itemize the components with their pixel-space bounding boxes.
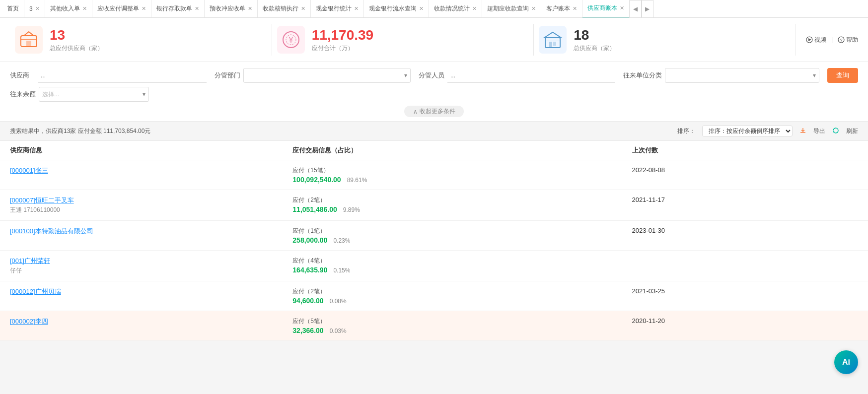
svg-rect-2 — [26, 41, 31, 47]
supplier-info-3: [000100]本特勤油品有限公司 — [10, 227, 292, 236]
lastpay-6: 2020-11-20 — [632, 317, 858, 325]
lastpay-date-5: 2021-03-25 — [632, 287, 665, 295]
result-actions: 排序： 排序：按应付余额倒序排序 导出 刷新 — [677, 126, 858, 136]
divider: | — [831, 36, 833, 43]
supplier-link-3[interactable]: [000100]本特勤油品有限公司 — [10, 227, 93, 235]
payable-total-amount: 11,170.39 — [312, 27, 374, 44]
nav-tab-custbook[interactable]: 客户账本 ✕ — [541, 0, 582, 18]
balance-select[interactable]: 选择... ▾ — [39, 87, 149, 102]
summary-info-payable-suppliers: 13 总应付供应商（家） — [50, 27, 103, 53]
refresh-icon — [832, 127, 839, 135]
table-row[interactable]: [000002]李四 应付（5笔） 32,366.00 0.03% 2020-1… — [0, 311, 868, 341]
table-row[interactable]: [000001]张三 应付（15笔） 100,092,540.00 89.61%… — [0, 160, 868, 190]
close-icon[interactable]: ✕ — [248, 5, 252, 12]
supplier-link-5[interactable]: [000012]广州贝瑞 — [10, 288, 61, 295]
close-icon[interactable]: ✕ — [472, 5, 477, 12]
transaction-info-6: 应付（5笔） 32,366.00 0.03% — [292, 317, 632, 334]
trans-percent-2: 9.89% — [343, 206, 360, 213]
collapse-button[interactable]: ∧ 收起更多条件 — [404, 106, 464, 117]
payable-total-label: 应付合计（万） — [312, 44, 374, 53]
table-row[interactable]: [000100]本特勤油品有限公司 应付（1笔） 258,000.00 0.23… — [0, 221, 868, 251]
table-row[interactable]: [001]广州荣轩 仔仔 应付（4笔） 164,635.90 0.15% — [0, 251, 868, 281]
supplier-info-5: [000012]广州贝瑞 — [10, 287, 292, 296]
svg-rect-7 — [545, 38, 560, 48]
nav-tab-home[interactable]: 首页 — [2, 0, 24, 18]
filter-unit: 往来单位分类 ▾ — [623, 68, 820, 83]
trans-percent-6: 0.03% — [330, 328, 347, 334]
close-icon[interactable]: ✕ — [82, 5, 87, 12]
trans-label-4: 应付（4笔） — [292, 257, 632, 265]
help-link[interactable]: ? 帮助 — [838, 36, 858, 44]
trans-amount-1: 100,092,540.00 — [292, 176, 341, 184]
dept-select[interactable]: ▾ — [243, 68, 411, 83]
nav-arrow-left[interactable]: ◀ — [630, 0, 642, 18]
transaction-info-4: 应付（4笔） 164,635.90 0.15% — [292, 257, 632, 274]
close-icon[interactable]: ✕ — [419, 5, 424, 12]
chevron-down-icon: ▾ — [404, 72, 407, 79]
nav-tab-cashflow[interactable]: 现金银行流水查询 ✕ — [364, 0, 429, 18]
trans-label-6: 应付（5笔） — [292, 317, 632, 326]
close-icon[interactable]: ✕ — [620, 5, 624, 11]
supplier-input[interactable] — [38, 68, 207, 83]
video-link[interactable]: 视频 — [806, 36, 826, 44]
trans-label-2: 应付（2笔） — [292, 196, 632, 204]
nav-tab-adjust[interactable]: 应收应付调整单 ✕ — [92, 0, 151, 18]
nav-arrow-right[interactable]: ▶ — [642, 0, 653, 18]
svg-rect-11 — [545, 41, 560, 41]
sort-label: 排序： — [677, 127, 695, 135]
lastpay-2: 2021-11-17 — [632, 196, 858, 203]
nav-tab-receipt[interactable]: 收款核销执行 ✕ — [258, 0, 311, 18]
close-icon[interactable]: ✕ — [354, 5, 359, 12]
svg-marker-13 — [808, 38, 811, 41]
export-icon — [799, 127, 806, 135]
nav-tab-cashstat[interactable]: 现金银行统计 ✕ — [311, 0, 364, 18]
trans-percent-4: 0.15% — [333, 267, 350, 274]
summary-bar: 13 总应付供应商（家） ¥ 11,170.39 应付合计（万） — [0, 18, 868, 62]
person-input[interactable] — [447, 68, 615, 83]
supplier-link-6[interactable]: [000002]李四 — [10, 318, 48, 325]
close-icon[interactable]: ✕ — [35, 5, 40, 12]
close-icon[interactable]: ✕ — [573, 5, 577, 12]
export-button[interactable]: 导出 — [813, 127, 825, 135]
result-summary-text: 搜索结果中，供应商13家 应付金额 111,703,854.00元 — [10, 127, 150, 135]
nav-tab-income[interactable]: 其他收入单 ✕ — [45, 0, 92, 18]
trans-amount-4: 164,635.90 — [292, 266, 327, 274]
payable-icon: ¥ — [277, 26, 305, 54]
close-icon[interactable]: ✕ — [195, 5, 199, 12]
trans-row-5: 94,600.00 0.08% — [292, 296, 632, 305]
lastpay-date-3: 2023-01-30 — [632, 227, 665, 234]
transaction-info-1: 应付（15笔） 100,092,540.00 89.61% — [292, 166, 632, 184]
lastpay-date-6: 2020-11-20 — [632, 317, 665, 325]
svg-text:¥: ¥ — [288, 36, 293, 44]
unit-label: 往来单位分类 — [623, 71, 662, 80]
supplier-link-4[interactable]: [001]广州荣轩 — [10, 257, 50, 264]
nav-tab-bank[interactable]: 银行存取款单 ✕ — [151, 0, 205, 18]
trans-row-1: 100,092,540.00 89.61% — [292, 175, 632, 184]
refresh-button[interactable]: 刷新 — [846, 127, 858, 135]
nav-tab-advance[interactable]: 预收冲应收单 ✕ — [205, 0, 258, 18]
dept-label: 分管部门 — [215, 71, 240, 80]
balance-label: 往来余额 — [10, 90, 36, 99]
supplier-link-2[interactable]: [000007]恒旺二手叉车 — [10, 197, 74, 204]
nav-tab-recvstat[interactable]: 收款情况统计 ✕ — [429, 0, 482, 18]
close-icon[interactable]: ✕ — [142, 5, 146, 12]
unit-select[interactable]: ▾ — [665, 68, 820, 83]
svg-rect-10 — [553, 42, 556, 46]
svg-marker-1 — [24, 32, 34, 36]
col-header-lastpay: 上次付数 — [632, 146, 858, 155]
query-button[interactable]: 查询 — [827, 68, 858, 83]
close-icon[interactable]: ✕ — [301, 5, 305, 12]
trans-row-6: 32,366.00 0.03% — [292, 326, 632, 334]
sort-select[interactable]: 排序：按应付余额倒序排序 — [702, 126, 793, 136]
total-supplier-count: 18 — [574, 27, 615, 44]
person-label: 分管人员 — [419, 71, 444, 80]
close-icon[interactable]: ✕ — [531, 5, 536, 12]
nav-tab-suppbook[interactable]: 供应商账本 ✕ — [582, 0, 630, 18]
nav-tab-three[interactable]: 3 ✕ — [24, 0, 45, 18]
collapse-icon: ∧ — [413, 108, 418, 115]
nav-tab-overdue[interactable]: 超期应收款查询 ✕ — [482, 0, 541, 18]
table-row[interactable]: [000007]恒旺二手叉车 王通 17106110000 应付（2笔） 11,… — [0, 190, 868, 221]
table-row[interactable]: [000012]广州贝瑞 应付（2笔） 94,600.00 0.08% 2021… — [0, 281, 868, 311]
filter-area: 供应商 分管部门 ▾ 分管人员 往来单位分类 ▾ 查询 往来余额 选择 — [0, 62, 868, 122]
supplier-link-1[interactable]: [000001]张三 — [10, 167, 48, 174]
